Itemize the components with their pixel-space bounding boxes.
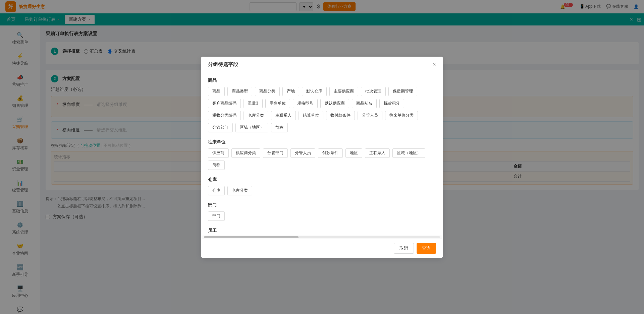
tag-dept[interactable]: 部门	[208, 211, 225, 221]
tag-supervisor[interactable]: 分管人员	[358, 111, 382, 120]
tag-warehouse[interactable]: 仓库	[208, 186, 225, 195]
tag-default-supplier[interactable]: 默认供应商	[320, 99, 349, 108]
tag-main-contact[interactable]: 主联系人	[271, 111, 296, 120]
section-product: 商品 商品 商品类型 商品分类 产地 默认仓库 主要供应商 批次管理 保质期管理…	[208, 77, 436, 132]
tag-supplier-category[interactable]: 供应商分类	[231, 148, 260, 158]
field-select-modal: 分组待选字段 × 商品 商品 商品类型 商品分类 产地 默认仓库 主要供应商 批…	[201, 57, 443, 258]
tag-product-alias[interactable]: 商品别名	[352, 99, 377, 108]
section-partner: 往来单位 供应商 供应商分类 分管部门 分管人员 付款条件 地区 主联系人 区域…	[208, 139, 436, 170]
section-partner-tags: 供应商 供应商分类 分管部门 分管人员 付款条件 地区 主联系人 区域（地区） …	[208, 148, 436, 170]
tag-warehouse-cat[interactable]: 仓库分类	[227, 186, 252, 195]
section-warehouse-title: 仓库	[208, 177, 436, 183]
tag-product-type[interactable]: 商品类型	[227, 87, 252, 96]
tag-origin[interactable]: 产地	[282, 87, 299, 96]
tag-settlement-unit[interactable]: 结算单位	[299, 111, 323, 120]
modal-title: 分组待选字段	[208, 61, 238, 68]
tag-tax-code[interactable]: 税收分类编码	[208, 111, 241, 120]
tag-warehouse-category[interactable]: 仓库分类	[244, 111, 268, 120]
cancel-button[interactable]: 取消	[394, 243, 414, 254]
modal-horizontal-scrollbar[interactable]	[201, 236, 443, 239]
modal-overlay: 分组待选字段 × 商品 商品 商品类型 商品分类 产地 默认仓库 主要供应商 批…	[0, 0, 644, 314]
section-product-title: 商品	[208, 77, 436, 83]
tag-customer-code[interactable]: 客户商品编码	[208, 99, 241, 108]
confirm-button[interactable]: 查询	[417, 243, 436, 254]
tag-weight3[interactable]: 重量3	[244, 99, 263, 108]
modal-footer: 取消 查询	[201, 239, 443, 258]
section-dept: 部门 部门	[208, 202, 436, 221]
tag-main-supplier[interactable]: 主要供应商	[329, 87, 358, 96]
section-dept-tags: 部门	[208, 211, 436, 221]
section-partner-title: 往来单位	[208, 139, 436, 145]
modal-close-button[interactable]: ×	[432, 61, 436, 67]
tag-region-partner[interactable]: 区域（地区）	[392, 148, 425, 158]
tag-payment-terms[interactable]: 收付款条件	[326, 111, 355, 120]
section-warehouse-tags: 仓库 仓库分类	[208, 186, 436, 195]
tag-spec-model[interactable]: 规格型号	[293, 99, 318, 108]
tag-partner-category[interactable]: 往来单位分类	[385, 111, 418, 120]
tag-default-warehouse[interactable]: 默认仓库	[302, 87, 327, 96]
section-employee: 员工 业务员	[208, 228, 436, 236]
tag-supplier[interactable]: 供应商	[208, 148, 229, 158]
tag-supervisor2[interactable]: 分管人员	[290, 148, 315, 158]
section-warehouse: 仓库 仓库 仓库分类	[208, 177, 436, 195]
section-dept-title: 部门	[208, 202, 436, 208]
section-product-tags: 商品 商品类型 商品分类 产地 默认仓库 主要供应商 批次管理 保质期管理 客户…	[208, 87, 436, 132]
section-employee-title: 员工	[208, 228, 436, 234]
tag-region-product[interactable]: 区域（地区）	[235, 123, 268, 132]
tag-short-name-product[interactable]: 简称	[271, 123, 288, 132]
tag-batch-mgmt[interactable]: 批次管理	[361, 87, 386, 96]
tag-shelf-life[interactable]: 保质期管理	[388, 87, 417, 96]
tag-product[interactable]: 商品	[208, 87, 225, 96]
tag-payment-condition[interactable]: 付款条件	[318, 148, 343, 158]
modal-body: 商品 商品 商品类型 商品分类 产地 默认仓库 主要供应商 批次管理 保质期管理…	[201, 72, 443, 236]
tag-dept-manage[interactable]: 分管部门	[208, 123, 233, 132]
tag-main-contact2[interactable]: 主联系人	[365, 148, 390, 158]
tag-pick-points[interactable]: 拣货积分	[379, 99, 404, 108]
tag-retail-unit[interactable]: 零售单位	[265, 99, 290, 108]
tag-product-category[interactable]: 商品分类	[255, 87, 280, 96]
tag-region[interactable]: 地区	[345, 148, 362, 158]
modal-header: 分组待选字段 ×	[201, 57, 443, 72]
tag-dept-manage2[interactable]: 分管部门	[263, 148, 288, 158]
tag-short-name-partner[interactable]: 简称	[208, 161, 225, 170]
